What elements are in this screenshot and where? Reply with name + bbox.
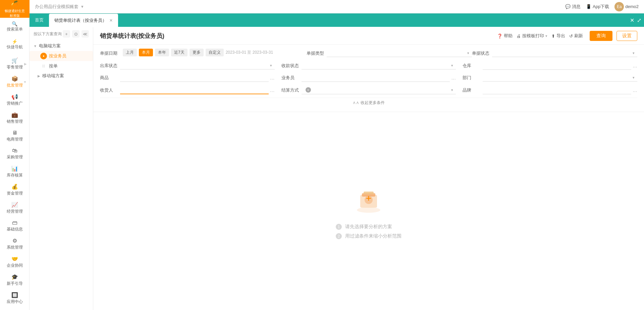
topbar-right: 💬 消息 📱 App下载 Ea demo2 (565, 2, 639, 11)
settlement-clear-button[interactable]: × (306, 87, 311, 93)
warehouse-dots[interactable]: … (633, 63, 637, 68)
newbie-icon: 🎓 (11, 274, 18, 280)
page-title: 销货单统计表(按业务员) (100, 32, 164, 40)
tab-fullscreen-button[interactable]: ⤢ (637, 17, 641, 23)
search-menu[interactable]: 🔍 搜索菜单 (0, 18, 29, 34)
goods-input[interactable] (120, 74, 269, 82)
sidebar-item-retail[interactable]: 🛒 零售管理 ▶ (0, 55, 30, 73)
collapse-filter-button[interactable]: ∧∧ 收起更多条件 (100, 98, 637, 108)
date-btn-this-month[interactable]: 本月 (139, 49, 153, 56)
print-button[interactable]: 🖨 按模板打印 ▾ (517, 33, 547, 39)
export-button[interactable]: ⬆ 导出 (551, 33, 565, 39)
apps-icon: 🔲 (11, 292, 18, 298)
empty-state: 1 请先选择要分析的方案 2 用过滤条件来缩小分析范围 (93, 112, 644, 310)
print-dropdown-icon: ▾ (545, 34, 547, 38)
consignee-dots[interactable]: … (270, 88, 275, 93)
warehouse-input[interactable] (483, 62, 631, 70)
sidebar-item-wholesale[interactable]: 📦 批发管理 ▼ (0, 73, 30, 91)
sidebar-item-wechat[interactable]: 💬 企业微信 (0, 307, 30, 310)
settings-button[interactable]: 设置 (616, 31, 637, 41)
sidebar-item-purchase[interactable]: 🛍 采购管理 (0, 145, 30, 163)
filter-item-collect-status: 收款状态 ▾ (281, 62, 456, 69)
topbar-dropdown-icon[interactable]: ▾ (81, 4, 84, 9)
tab-sales-stats[interactable]: 销货单统计表（按业务员） ✕ (49, 14, 118, 27)
message-button[interactable]: 💬 消息 (565, 4, 581, 10)
right-panel: 销货单统计表(按业务员) ❓ 帮助 🖨 按模板打印 ▾ ⬆ 导出 (93, 27, 644, 310)
date-btn-last-month[interactable]: 上月 (123, 49, 137, 56)
collapse-panel-button[interactable]: ≪ (82, 30, 89, 38)
filter-item-brand: 品牌 … (463, 86, 637, 94)
salesperson-input[interactable] (302, 74, 450, 82)
sidebar-item-ecommerce[interactable]: 🖥 电商管理 (0, 127, 30, 145)
tree-parent-desktop[interactable]: ▼ 电脑端方案 (30, 41, 93, 51)
dept-select[interactable]: ▾ (483, 74, 637, 82)
app-download-button[interactable]: 📱 App下载 (586, 4, 609, 10)
filter-item-salesperson: 业务员 … (281, 74, 456, 82)
tab-close-all-button[interactable]: ✕ (630, 17, 634, 23)
date-btn-custom[interactable]: 自定义 (206, 49, 224, 56)
salesperson-dots[interactable]: … (451, 75, 456, 81)
dept-label: 部门 (463, 75, 483, 81)
sidebar-item-sales[interactable]: 💼 销售管理 (0, 109, 30, 127)
ecommerce-icon: 🖥 (12, 130, 17, 136)
action-buttons-right: 查询 设置 (590, 31, 637, 41)
settings-scheme-button[interactable]: ⊙ (72, 30, 79, 38)
settlement-select[interactable]: × ▾ (302, 86, 456, 94)
out-status-select[interactable]: ▾ (120, 62, 275, 69)
tab-home[interactable]: 首页 (30, 13, 49, 27)
doc-type-select[interactable]: ▾ (327, 50, 472, 57)
marketing-icon: 📢 (11, 94, 18, 100)
left-panel: 按以下方案查询 + ⊙ ≪ ▼ 电脑端方案 ● 按业务员 ⁝⁝ (30, 27, 93, 310)
tree-child-by-salesperson[interactable]: ● 按业务员 (30, 51, 93, 61)
sidebar-item-marketing[interactable]: 📢 营销推广 (0, 91, 30, 109)
sidebar-item-enterprise[interactable]: 🤝 企业协同 (0, 253, 30, 271)
sidebar-item-inventory[interactable]: 📊 库存核算 (0, 163, 30, 181)
page-actions: ❓ 帮助 🖨 按模板打印 ▾ ⬆ 导出 ↺ 刷新 (497, 31, 637, 41)
filter-item-settlement: 结算方式 × ▾ (281, 86, 456, 94)
date-btn-7days[interactable]: 近7天 (171, 49, 187, 56)
refresh-button[interactable]: ↺ 刷新 (569, 33, 583, 39)
doc-type-chevron: ▾ (467, 51, 469, 55)
sidebar-item-basic[interactable]: 🗃 基础信息 (0, 217, 30, 235)
sidebar-item-operations[interactable]: 📈 经营管理 (0, 199, 30, 217)
add-scheme-button[interactable]: + (63, 30, 70, 38)
topbar-left: 办公用品行业模拟账套 ▾ (35, 4, 84, 10)
export-icon: ⬆ (551, 34, 555, 39)
date-range-text: 2023-03-01 至 2023-03-31 (226, 50, 273, 55)
arrow-icon: ▶ (24, 62, 27, 66)
query-button[interactable]: 查询 (590, 31, 612, 41)
filter-item-dept: 部门 ▾ (463, 74, 637, 82)
goods-dots[interactable]: … (270, 75, 275, 81)
quick-nav[interactable]: ⚡ 快捷导航 (7, 37, 23, 52)
sidebar-item-newbie[interactable]: 🎓 新手引导 (0, 271, 30, 289)
inventory-icon: 📊 (11, 165, 18, 172)
active-scheme-icon: ● (40, 53, 47, 59)
collect-status-select[interactable]: ▾ (302, 62, 456, 69)
doc-status-select[interactable]: ▾ (492, 50, 637, 57)
avatar: Ea (614, 2, 624, 11)
doc-status-chevron: ▾ (633, 51, 635, 55)
basic-icon: 🗃 (12, 220, 17, 226)
doc-status-label: 单据状态 (472, 50, 492, 56)
consignee-input[interactable] (120, 86, 269, 94)
empty-hint: 1 请先选择要分析的方案 2 用过滤条件来缩小分析范围 (336, 222, 401, 241)
out-status-chevron: ▾ (270, 63, 272, 68)
filter-item-doc-status: 单据状态 ▾ (472, 50, 637, 57)
filter-item-out-status: 出库状态 ▾ (100, 62, 275, 69)
tree-child-by-order[interactable]: ⁝⁝ 按单 (30, 61, 93, 71)
sidebar-item-finance[interactable]: 💰 资金管理 (0, 181, 30, 199)
filter-item-warehouse: 仓库 … (463, 62, 637, 70)
help-button[interactable]: ❓ 帮助 (497, 33, 513, 39)
settlement-label: 结算方式 (281, 87, 302, 93)
tab-close-icon[interactable]: ✕ (109, 18, 113, 23)
sidebar-menu: 🛒 零售管理 ▶ 📦 批发管理 ▼ 📢 营销推广 💼 销售管理 🖥 电商管理 🛍… (0, 55, 29, 310)
user-menu[interactable]: Ea demo2 (614, 2, 639, 11)
expand-icon: ▼ (34, 44, 37, 48)
tree-parent-mobile[interactable]: ▶ 移动端方案 (30, 71, 93, 81)
date-btn-more[interactable]: 更多 (190, 49, 204, 56)
sidebar-item-apps[interactable]: 🔲 应用中心 (0, 289, 30, 307)
sidebar-item-system[interactable]: ⚙ 系统管理 (0, 235, 30, 253)
brand-input[interactable] (483, 86, 631, 94)
date-btn-this-year[interactable]: 本年 (155, 49, 169, 56)
brand-dots[interactable]: … (633, 88, 637, 93)
